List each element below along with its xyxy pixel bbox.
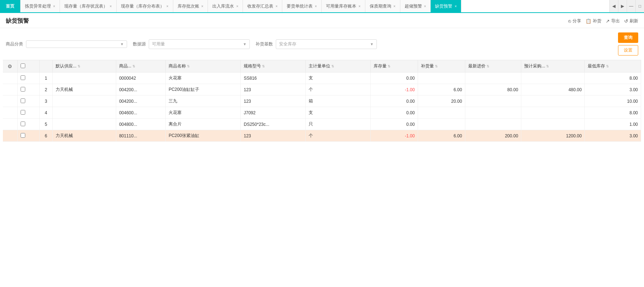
tab-inout-flow[interactable]: 出入库流水 ×: [208, 0, 243, 12]
tab-next-btn[interactable]: ▶: [618, 0, 627, 12]
tab-home[interactable]: 首页: [0, 0, 21, 12]
category-select[interactable]: ▼: [26, 40, 127, 48]
th-supplier: 默认供应... ⇅: [52, 60, 116, 72]
row-checkbox[interactable]: [21, 98, 25, 103]
row-spec: SS816: [241, 72, 306, 84]
setting-button[interactable]: 设置: [618, 45, 638, 56]
data-table: ⚙ 默认供应... ⇅ 商品...: [3, 60, 641, 142]
supplier-sort-icon[interactable]: ⇅: [78, 65, 80, 68]
page-content: 缺货预警 ⎋ 分享 📋 补货 ↗ 导出 ↺ 刷新 商品分类: [0, 13, 644, 287]
row-code: 004800...: [116, 119, 165, 130]
datasource-filter: 数据源 可用量 ▼: [133, 39, 250, 49]
row-replenish: 6.00: [418, 84, 465, 96]
unit-sort-icon[interactable]: ⇅: [331, 65, 334, 68]
row-checkbox[interactable]: [21, 133, 25, 138]
share-btn[interactable]: ⎋ 分享: [568, 18, 581, 24]
tab-overstock-close[interactable]: ×: [424, 4, 426, 8]
tab-inventory-status[interactable]: 现存量（库存状况表） ×: [60, 0, 117, 12]
row-code: 0000042: [116, 72, 165, 84]
th-plan-purchase-label: 预计采购...: [524, 63, 545, 69]
row-plan_purchase: [521, 96, 585, 107]
row-checkbox[interactable]: [21, 122, 25, 126]
row-name: 火花塞: [166, 107, 241, 119]
tab-order-stat[interactable]: 要货单统计表 ×: [282, 0, 322, 12]
tab-inventory-dist-label: 现存量（库存分布表）: [121, 3, 164, 9]
query-button[interactable]: 查询: [618, 32, 638, 43]
th-settings[interactable]: ⚙: [3, 60, 17, 72]
spec-sort-icon[interactable]: ⇅: [262, 65, 265, 68]
table-header-row: ⚙ 默认供应... ⇅ 商品...: [3, 60, 641, 72]
page-header: 缺货预警 ⎋ 分享 📋 补货 ↗ 导出 ↺ 刷新: [0, 13, 644, 28]
tab-maximize-btn[interactable]: □: [635, 0, 644, 12]
page-title: 缺货预警: [6, 17, 29, 25]
row-number: 5: [39, 119, 52, 130]
tab-inventory-dist-close[interactable]: ×: [166, 4, 169, 8]
row-checkbox[interactable]: [21, 75, 25, 80]
export-icon: ↗: [606, 18, 610, 24]
row-checkbox[interactable]: [21, 110, 25, 115]
min-stock-sort-icon[interactable]: ⇅: [606, 65, 609, 68]
tab-shortage[interactable]: 缺货预警 ×: [431, 0, 461, 12]
row-replenish: [418, 119, 465, 130]
datasource-select[interactable]: 可用量 ▼: [149, 39, 250, 49]
th-plan-purchase: 预计采购... ⇅: [521, 60, 585, 72]
tab-defect-proc[interactable]: 拣货异常处理 ×: [21, 0, 60, 12]
tab-recv-summary-close[interactable]: ×: [275, 4, 278, 8]
select-all-checkbox[interactable]: [21, 63, 25, 68]
row-replenish: [418, 107, 465, 119]
th-name-label: 商品名称: [169, 63, 186, 69]
th-spec: 规格型号 ⇅: [241, 60, 306, 72]
tab-inventory-dist[interactable]: 现存量（库存分布表） ×: [117, 0, 173, 12]
latest-price-sort-icon[interactable]: ⇅: [487, 65, 489, 68]
tab-minimize-btn[interactable]: —: [627, 0, 635, 12]
datasource-value: 可用量: [152, 41, 240, 47]
tab-inventory-status-label: 现存量（库存状况表）: [64, 3, 108, 9]
tab-recv-summary[interactable]: 收发存汇总表 ×: [243, 0, 282, 12]
row-latest_price: [465, 107, 521, 119]
settings-gear-icon[interactable]: ⚙: [8, 63, 12, 69]
row-spec: 123: [241, 96, 306, 107]
tab-expiry-query-close[interactable]: ×: [393, 4, 396, 8]
row-plan_purchase: [521, 107, 585, 119]
replenish-base-select[interactable]: 安全库存 ▼: [276, 39, 377, 49]
category-label: 商品分类: [6, 41, 23, 47]
export-btn[interactable]: ↗ 导出: [606, 18, 620, 24]
tab-shortage-close[interactable]: ×: [454, 4, 457, 8]
tab-avail-ledger-close[interactable]: ×: [358, 4, 361, 8]
tab-batch-account-close[interactable]: ×: [201, 4, 204, 8]
tab-defect-proc-close[interactable]: ×: [53, 4, 55, 8]
row-spec: J7092: [241, 107, 306, 119]
name-sort-icon[interactable]: ⇅: [187, 65, 190, 68]
tab-inventory-status-close[interactable]: ×: [110, 4, 112, 8]
replenish-btn[interactable]: 📋 补货: [586, 18, 601, 24]
row-plan_purchase: 1200.00: [521, 130, 585, 142]
row-name: 火花塞: [166, 72, 241, 84]
table-body: 10000042火花塞SS816支0.008.002力天机械004200...P…: [3, 72, 641, 142]
row-stock: 0.00: [370, 107, 418, 119]
row-stock: 0.00: [370, 96, 418, 107]
tab-avail-ledger[interactable]: 可用量库存账本 ×: [322, 0, 365, 12]
tab-batch-account[interactable]: 库存批次账 ×: [173, 0, 208, 12]
tab-prev-btn[interactable]: ◀: [609, 0, 618, 12]
replenish-label: 补货: [593, 18, 601, 24]
row-code: 004600...: [116, 107, 165, 119]
tab-overstock[interactable]: 超储预警 ×: [400, 0, 431, 12]
row-unit: 箱: [305, 96, 370, 107]
row-unit: 个: [305, 84, 370, 96]
row-number: 4: [39, 107, 52, 119]
tab-recv-summary-label: 收发存汇总表: [247, 3, 273, 9]
refresh-btn[interactable]: ↺ 刷新: [624, 18, 638, 24]
stock-sort-icon[interactable]: ⇅: [388, 65, 391, 68]
tab-batch-account-label: 库存批次账: [178, 3, 199, 9]
refresh-label: 刷新: [630, 18, 638, 24]
row-checkbox[interactable]: [21, 87, 25, 92]
plan-purchase-sort-icon[interactable]: ⇅: [546, 65, 549, 68]
table-row: 4004600...火花塞J7092支0.008.00: [3, 107, 641, 119]
code-sort-icon[interactable]: ⇅: [132, 65, 135, 68]
row-spec: 123: [241, 84, 306, 96]
tab-inout-flow-close[interactable]: ×: [236, 4, 238, 8]
th-name: 商品名称 ⇅: [166, 60, 241, 72]
tab-expiry-query[interactable]: 保质期查询 ×: [365, 0, 400, 12]
tab-order-stat-close[interactable]: ×: [315, 4, 317, 8]
replenish-sort-icon[interactable]: ⇅: [435, 65, 438, 68]
